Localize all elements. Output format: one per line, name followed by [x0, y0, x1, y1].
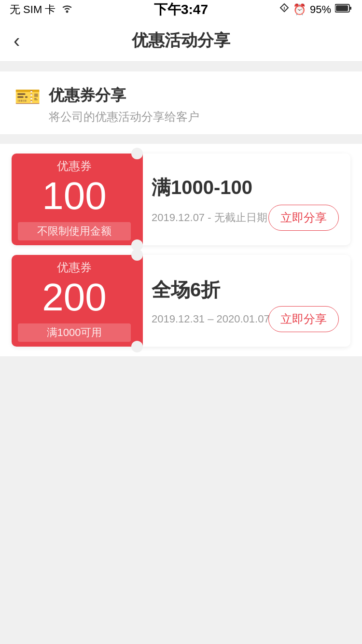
status-right: ⏰ 95%	[279, 3, 352, 16]
sep-dot-top	[131, 249, 143, 261]
back-button[interactable]: ‹	[14, 31, 20, 50]
nav-title: 优惠活动分享	[132, 29, 230, 52]
status-bar: 无 SIM 卡 下午3:47 ⏰ 95%	[0, 0, 362, 19]
section-subtitle: 将公司的优惠活动分享给客户	[49, 109, 199, 125]
alarm-icon: ⏰	[293, 3, 306, 16]
section-text: 优惠券分享 将公司的优惠活动分享给客户	[49, 85, 199, 125]
coupon-card: 优惠券 100 不限制使用金额 满1000-100 2019.12.07 - 无…	[12, 154, 350, 245]
empty-area	[0, 356, 362, 627]
coupon-left-panel: 优惠券 200 满1000可用	[12, 255, 137, 347]
location-icon	[279, 3, 289, 16]
svg-rect-3	[336, 5, 348, 11]
coupon-condition: 不限制使用金额	[18, 222, 131, 240]
share-button[interactable]: 立即分享	[268, 306, 339, 332]
nav-bar: ‹ 优惠活动分享	[0, 19, 362, 62]
sep-dot-top	[131, 148, 143, 159]
sim-label: 无 SIM 卡	[10, 2, 56, 17]
status-left: 无 SIM 卡	[10, 2, 74, 17]
sep-dot-bottom	[131, 341, 143, 352]
coupon-right-panel: 全场6折 2019.12.31 – 2020.01.07 立即分享	[137, 255, 350, 347]
wifi-icon	[60, 3, 74, 16]
coupon-amount: 200	[42, 278, 106, 317]
coupon-section-icon: 🎫	[14, 86, 41, 107]
svg-rect-2	[349, 7, 351, 10]
coupon-right-panel: 满1000-100 2019.12.07 - 无截止日期 立即分享	[137, 154, 350, 245]
coupon-name: 满1000-100	[152, 174, 336, 201]
battery-icon	[335, 3, 352, 16]
coupon-name: 全场6折	[152, 277, 336, 303]
coupon-left-panel: 优惠券 100 不限制使用金额	[12, 154, 137, 245]
coupon-card: 优惠券 200 满1000可用 全场6折 2019.12.31 – 2020.0…	[12, 255, 350, 347]
section-title: 优惠券分享	[49, 85, 199, 106]
coupon-type-label: 优惠券	[57, 260, 92, 275]
status-time: 下午3:47	[154, 0, 208, 19]
section-header: 🎫 优惠券分享 将公司的优惠活动分享给客户	[0, 71, 362, 134]
svg-point-0	[66, 11, 69, 13]
coupon-list: 优惠券 100 不限制使用金额 满1000-100 2019.12.07 - 无…	[0, 144, 362, 356]
coupon-amount: 100	[42, 177, 106, 215]
coupon-condition: 满1000可用	[18, 323, 131, 342]
coupon-type-label: 优惠券	[57, 158, 92, 174]
battery-percent: 95%	[310, 3, 331, 16]
share-button[interactable]: 立即分享	[268, 205, 339, 231]
